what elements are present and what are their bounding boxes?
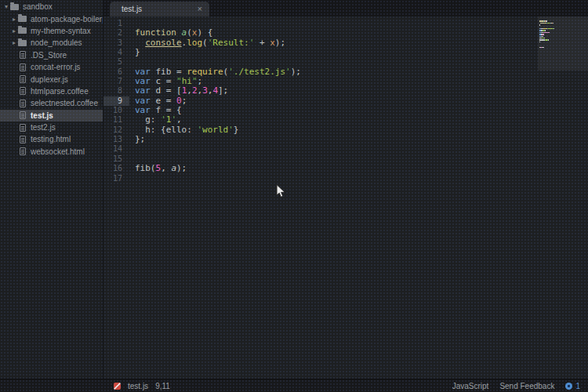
line-number[interactable]: 16: [103, 164, 129, 173]
code-token: var: [135, 67, 151, 77]
line-number[interactable]: 14: [103, 144, 129, 154]
line-number[interactable]: 7: [103, 77, 129, 86]
chevron-right-icon[interactable]: ▸: [10, 16, 18, 23]
line-number[interactable]: 3: [103, 38, 129, 48]
code-token: e =: [151, 96, 176, 106]
file-icon: [20, 64, 26, 71]
line-number[interactable]: 4: [103, 48, 129, 57]
tree-item-htmlparse.coffee[interactable]: htmlparse.coffee: [0, 85, 103, 97]
code-token: 0: [176, 96, 182, 106]
chevron-right-icon[interactable]: ▸: [10, 27, 18, 34]
code-line[interactable]: }: [135, 48, 533, 57]
code-token: ': [228, 125, 234, 135]
line-number-gutter[interactable]: 1234567891011121314151617: [103, 19, 129, 183]
tree-item-selectnested.coffee[interactable]: selectnested.coffee: [0, 97, 103, 109]
tree-item-duplexer.js[interactable]: duplexer.js: [0, 73, 103, 85]
tree-item-label: test2.js: [31, 123, 56, 132]
tab-label: test.js: [122, 5, 142, 13]
line-number[interactable]: 13: [103, 135, 129, 144]
tree-item-test2.js[interactable]: test2.js: [0, 122, 103, 133]
line-number[interactable]: 2: [103, 28, 129, 38]
tree-item-websocket.html[interactable]: websocket.html: [0, 146, 103, 158]
code-token: +: [254, 38, 270, 48]
minimap[interactable]: [538, 16, 588, 71]
chevron-down-icon[interactable]: ▾: [2, 3, 10, 10]
close-icon[interactable]: ×: [198, 5, 202, 13]
send-feedback-button[interactable]: Send Feedback: [499, 382, 554, 390]
tab-test-js[interactable]: test.js ×: [110, 2, 209, 16]
status-left: test.js 9,11: [114, 382, 170, 390]
code-line[interactable]: console.log('Result:' + x);: [135, 38, 533, 48]
tree-item-label: duplexer.js: [31, 75, 68, 84]
line-number[interactable]: 1: [103, 19, 129, 28]
status-right: JavaScript Send Feedback 1: [452, 382, 580, 390]
tree-item-root[interactable]: ▾ sandbox: [0, 1, 103, 13]
code-token: }: [234, 125, 239, 135]
tree-items: ▸atom-package-boilerplate▸my-theme-synta…: [0, 13, 103, 158]
notification-indicator[interactable]: 1: [565, 382, 580, 390]
code-token: [135, 38, 145, 48]
code-area[interactable]: function a(x) { console.log('Result:' + …: [135, 19, 533, 183]
code-line[interactable]: h: {ello: 'world'}: [135, 125, 533, 135]
tree-item-label: my-theme-syntax: [31, 27, 91, 35]
folder-icon: [18, 27, 27, 34]
code-line[interactable]: fib(5, a);: [135, 164, 533, 173]
code-token: 3: [202, 85, 208, 96]
code-token: (: [202, 38, 208, 48]
code-line[interactable]: var d = [1,2,3,4];: [135, 86, 533, 96]
tree-item-label: selectnested.coffee: [31, 99, 98, 107]
line-number[interactable]: 12: [103, 125, 129, 135]
code-token: ;: [182, 96, 187, 106]
code-line[interactable]: [135, 144, 533, 154]
chevron-right-icon[interactable]: ▸: [10, 39, 18, 46]
tree-item-node_modules[interactable]: ▸node_modules: [0, 37, 103, 49]
status-bar: test.js 9,11 JavaScript Send Feedback 1: [0, 379, 588, 392]
line-number[interactable]: 5: [103, 57, 129, 67]
code-token: fib(: [135, 163, 156, 173]
line-number[interactable]: 6: [103, 67, 129, 77]
tree-item-test.js[interactable]: test.js: [0, 110, 103, 122]
code-line[interactable]: [135, 174, 533, 183]
line-number[interactable]: 10: [103, 106, 129, 115]
code-line[interactable]: [135, 154, 533, 164]
code-token: };: [135, 134, 145, 144]
tree-item-label: concat-error.js: [31, 63, 80, 71]
language-selector[interactable]: JavaScript: [452, 382, 489, 390]
tree-item-testing.html[interactable]: testing.html: [0, 133, 103, 145]
file-icon: [20, 136, 26, 143]
code-token: 4: [212, 85, 218, 96]
code-token: ,: [187, 85, 192, 96]
file-icon: [20, 75, 26, 83]
code-line[interactable]: var e = 0;: [135, 96, 533, 106]
notification-count: 1: [575, 382, 580, 390]
tree-item-my-theme-syntax[interactable]: ▸my-theme-syntax: [0, 25, 103, 37]
line-number[interactable]: 15: [103, 154, 129, 164]
tree-item-label: node_modules: [31, 38, 82, 47]
code-token: );: [176, 163, 187, 173]
git-status-icon[interactable]: [114, 383, 121, 390]
tree-item-.DS_Store[interactable]: .DS_Store: [0, 49, 103, 61]
code-line[interactable]: var f = {: [135, 106, 533, 115]
tree-item-label: htmlparse.coffee: [31, 87, 89, 96]
line-number[interactable]: 11: [103, 115, 129, 125]
line-number[interactable]: 8: [103, 86, 129, 96]
tree-item-concat-error.js[interactable]: concat-error.js: [0, 61, 103, 73]
file-icon: [20, 51, 26, 59]
code-token: (: [187, 27, 192, 38]
tree-item-atom-package-boilerplate[interactable]: ▸atom-package-boilerplate: [0, 13, 103, 24]
code-line[interactable]: };: [135, 135, 533, 144]
code-token: );: [291, 67, 301, 77]
code-token: console: [145, 38, 181, 48]
line-number[interactable]: 9: [103, 96, 129, 106]
code-token: ": [192, 76, 198, 86]
code-token: }: [135, 47, 140, 57]
line-number[interactable]: 17: [103, 174, 129, 183]
code-token: ,: [161, 163, 171, 173]
code-token: d = [: [151, 85, 182, 96]
tab-bar: test.js ×: [103, 0, 588, 16]
code-editor[interactable]: 1234567891011121314151617 function a(x) …: [103, 16, 588, 379]
code-token: ': [171, 114, 176, 125]
code-token: ': [285, 67, 291, 77]
code-token: );: [275, 38, 285, 48]
code-token: ) {: [197, 27, 212, 38]
